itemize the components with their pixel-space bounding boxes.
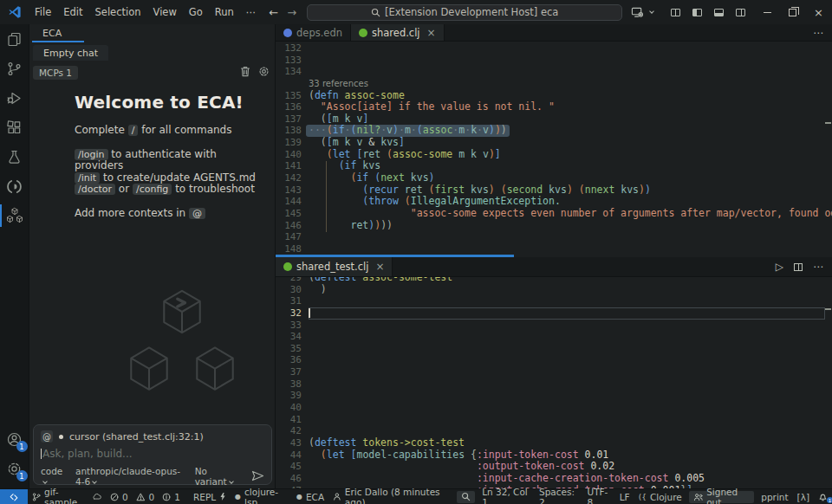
- code-line[interactable]: 144 (throw (IllegalArgumentException.: [276, 196, 832, 208]
- code-line[interactable]: 30 ): [276, 284, 832, 296]
- code-line[interactable]: 137 ([m k v]: [276, 113, 832, 126]
- chat-input[interactable]: Ask, plan, build...: [41, 448, 264, 460]
- notifications-status[interactable]: 1: [814, 489, 832, 504]
- zoom-status[interactable]: [457, 491, 475, 503]
- model-select[interactable]: anthropic/claude-opus-4-6: [75, 466, 185, 487]
- close-icon[interactable]: ×: [814, 6, 823, 19]
- code-line[interactable]: 133: [276, 55, 832, 67]
- split-editor-icon[interactable]: [794, 263, 803, 271]
- send-icon[interactable]: [251, 470, 264, 483]
- code-line[interactable]: 142 (if (next kvs): [276, 172, 832, 184]
- run-debug-icon[interactable]: [0, 83, 29, 113]
- code-line[interactable]: 43(deftest tokens->cost-test: [276, 437, 832, 449]
- indentation-status[interactable]: Spaces: 2: [535, 489, 582, 504]
- code-line[interactable]: 134: [276, 66, 832, 78]
- code-line[interactable]: 39: [276, 390, 832, 402]
- code-line[interactable]: 139 ([m k v & kvs]: [276, 137, 832, 149]
- pprint-status[interactable]: pprint: [757, 489, 792, 504]
- code-line[interactable]: 29(deftest assoc-some-test: [276, 277, 832, 284]
- explorer-icon[interactable]: [0, 24, 29, 54]
- context-label[interactable]: cursor (shared_test.clj:32:1): [69, 431, 204, 443]
- extensions-icon[interactable]: [0, 113, 29, 142]
- code-line[interactable]: 38: [276, 378, 832, 391]
- git-blame-status[interactable]: Eric Dallo (8 minutes ago): [328, 489, 454, 504]
- more-actions-icon[interactable]: ⋯: [813, 27, 823, 39]
- menu-[interactable]: ⋯: [240, 6, 263, 18]
- editor-shared-test-clj[interactable]: 29(deftest assoc-some-test30 )3132333435…: [276, 277, 832, 488]
- code-line[interactable]: 32: [276, 307, 832, 320]
- code-line[interactable]: 42: [276, 425, 832, 437]
- tab-deps-edn[interactable]: deps.edn: [276, 24, 351, 41]
- code-line[interactable]: 138···(if·(nil?·v)·m·(assoc·m·k·v))): [276, 125, 832, 137]
- code-line[interactable]: 35: [276, 343, 832, 355]
- code-line[interactable]: 143 (recur ret (first kvs) (second kvs) …: [276, 184, 832, 197]
- menu-edit[interactable]: Edit: [57, 6, 88, 18]
- eca-status[interactable]: ● ECA: [292, 489, 328, 504]
- code-line[interactable]: 135(defn assoc-some: [276, 90, 832, 102]
- menu-run[interactable]: Run: [209, 6, 240, 18]
- mcps-chip[interactable]: MCPs 1: [33, 66, 78, 80]
- close-tab-icon[interactable]: ×: [427, 27, 436, 39]
- lambda-status[interactable]: [λ]: [793, 489, 814, 504]
- tab-shared-test-clj[interactable]: shared_test.clj ×: [276, 257, 393, 276]
- settings-gear-icon[interactable]: 1: [0, 454, 29, 483]
- menu-selection[interactable]: Selection: [89, 6, 147, 18]
- clojure-lsp-status[interactable]: ● clojure-lsp: [231, 489, 292, 504]
- codelens[interactable]: 33 references: [276, 78, 832, 90]
- gear-icon[interactable]: [258, 64, 270, 81]
- chat-tab[interactable]: Empty chat: [33, 45, 108, 61]
- code-line[interactable]: 140 (let [ret (assoc-some m k v)]: [276, 149, 832, 161]
- toggle-panel-icon[interactable]: [714, 9, 724, 16]
- language-mode-status[interactable]: ({ Clojure: [634, 489, 686, 504]
- code-line[interactable]: 37: [276, 366, 832, 378]
- code-line[interactable]: 44 (let [model-capabilities {:input-toke…: [276, 449, 832, 462]
- code-line[interactable]: 40: [276, 402, 832, 414]
- variant-select[interactable]: No variant: [195, 466, 241, 487]
- repl-icon[interactable]: [0, 171, 29, 201]
- code-line[interactable]: 41: [276, 414, 832, 426]
- code-line[interactable]: 45 :output-token-cost 0.02: [276, 461, 832, 473]
- code-line[interactable]: 33: [276, 320, 832, 332]
- code-line[interactable]: 136 "Assoc[iate] if the value is not nil…: [276, 101, 832, 113]
- code-line[interactable]: 141 (if kvs: [276, 160, 832, 172]
- code-line[interactable]: 132: [276, 42, 832, 55]
- git-branch-status[interactable]: gif-sample: [28, 489, 106, 504]
- run-tests-icon[interactable]: ▷: [776, 261, 783, 273]
- testing-icon[interactable]: [0, 142, 29, 171]
- remote-indicator[interactable]: [0, 489, 28, 504]
- editor-shared-clj[interactable]: 13213313433 references135(defn assoc-som…: [276, 42, 832, 255]
- code-line[interactable]: 146 ret)))): [276, 220, 832, 232]
- encoding-status[interactable]: UTF-8: [582, 489, 614, 504]
- source-control-icon[interactable]: [0, 54, 29, 83]
- code-line[interactable]: 36: [276, 354, 832, 366]
- cursor-position-status[interactable]: Ln 32, Col 1: [478, 489, 535, 504]
- mode-select[interactable]: code: [41, 466, 65, 487]
- toggle-primary-sidebar-icon[interactable]: [692, 9, 702, 16]
- close-tab-icon[interactable]: ×: [375, 261, 384, 273]
- command-center-search[interactable]: [Extension Development Host] eca: [307, 4, 622, 21]
- signed-out-status[interactable]: Signed out: [689, 491, 755, 503]
- monitor-gear-control[interactable]: [631, 6, 653, 18]
- code-line[interactable]: 46 :input-cache-creation-token-cost 0.00…: [276, 473, 832, 485]
- code-line[interactable]: 31: [276, 295, 832, 307]
- code-line[interactable]: 148: [276, 243, 832, 255]
- nav-back-icon[interactable]: ←: [269, 6, 278, 19]
- eca-icon[interactable]: [0, 201, 29, 230]
- minimize-icon[interactable]: [764, 12, 771, 13]
- menu-file[interactable]: File: [29, 6, 57, 18]
- repl-status[interactable]: REPL: [189, 489, 231, 504]
- toggle-secondary-sidebar-icon[interactable]: [736, 9, 745, 16]
- eol-status[interactable]: LF: [615, 489, 634, 504]
- code-line[interactable]: 147: [276, 231, 832, 243]
- code-line[interactable]: 34: [276, 331, 832, 343]
- nav-forward-icon[interactable]: →: [287, 6, 296, 19]
- menu-go[interactable]: Go: [183, 6, 209, 18]
- accounts-icon[interactable]: 1: [0, 424, 29, 454]
- customize-layout-icon[interactable]: [671, 9, 680, 16]
- restore-icon[interactable]: [789, 9, 796, 16]
- add-context-button[interactable]: @: [41, 430, 53, 443]
- problems-status[interactable]: 0 0 1: [106, 489, 189, 504]
- more-actions-icon[interactable]: ⋯: [813, 261, 823, 273]
- code-line[interactable]: 145 "assoc-some expects even number of a…: [276, 208, 832, 220]
- menu-view[interactable]: View: [147, 6, 183, 18]
